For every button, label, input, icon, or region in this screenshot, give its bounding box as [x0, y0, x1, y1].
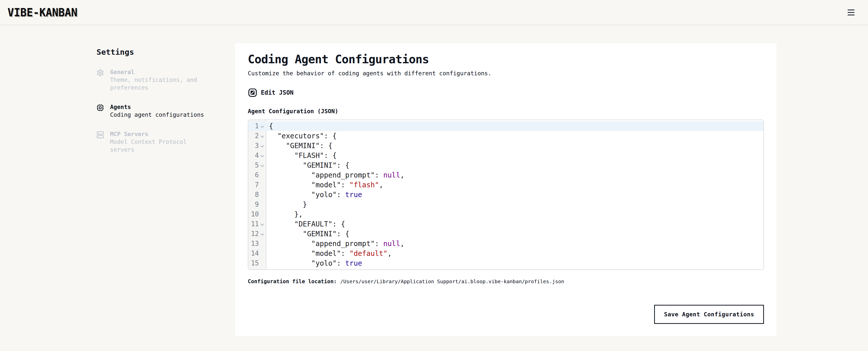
sidebar-item-mcp-servers[interactable]: MCP Servers Model Context Protocol serve…: [96, 130, 235, 154]
line-number: 2: [248, 131, 259, 141]
code-line-content[interactable]: "DEFAULT": {: [266, 219, 764, 229]
page-title: Coding Agent Configurations: [248, 52, 764, 66]
editor-line[interactable]: 11 "DEFAULT": {: [248, 219, 764, 229]
file-location-label: Configuration file location:: [248, 278, 337, 284]
fold-chevron-icon[interactable]: [259, 222, 266, 227]
line-number: 14: [248, 249, 259, 258]
editor-gutter-cell: 5: [248, 161, 266, 170]
editor-line[interactable]: 9 }: [248, 200, 764, 209]
menu-button[interactable]: [846, 8, 856, 17]
hamburger-icon: [848, 9, 855, 15]
editor-gutter-cell: 8: [248, 190, 266, 200]
editor-line[interactable]: 13 "append_prompt": null,: [248, 239, 764, 249]
edit-json-label: Edit JSON: [261, 89, 293, 96]
line-number: 6: [248, 170, 259, 180]
editor-line[interactable]: 1{: [248, 121, 764, 131]
editor-line[interactable]: 2 "executors": {: [248, 131, 764, 141]
editor-gutter-cell: 15: [248, 258, 266, 268]
edit-json-button[interactable]: Edit JSON: [248, 88, 293, 97]
page-subtitle: Customize the behavior of coding agents …: [248, 69, 764, 77]
save-row: Save Agent Configurations: [248, 305, 764, 324]
cpu-icon: [96, 103, 104, 119]
editor-gutter-cell: 14: [248, 249, 266, 258]
code-line-content[interactable]: "append_prompt": null,: [266, 170, 764, 180]
fold-chevron-icon[interactable]: [259, 232, 266, 237]
gear-icon: [96, 68, 104, 92]
line-number: 5: [248, 161, 259, 170]
editor-gutter-cell: 12: [248, 229, 266, 239]
sidebar-item-general[interactable]: General Theme, notifications, and prefer…: [96, 68, 235, 92]
code-line-content[interactable]: "model": "flash",: [266, 180, 764, 190]
editor-line[interactable]: 10 },: [248, 209, 764, 219]
sidebar-nav: General Theme, notifications, and prefer…: [96, 68, 235, 154]
fold-chevron-icon[interactable]: [259, 125, 266, 129]
line-number: 1: [248, 121, 259, 131]
settings-page: Settings General Theme, notifications, a…: [91, 43, 777, 336]
sidebar-item-description: Model Context Protocol servers: [110, 138, 211, 154]
editor-gutter-cell: 9: [248, 200, 266, 209]
editor-line[interactable]: 8 "yolo": true: [248, 190, 764, 200]
line-number: 3: [248, 141, 259, 151]
fold-chevron-icon[interactable]: [259, 144, 266, 149]
app-header: VIBE-KANBAN: [0, 0, 868, 25]
code-line-content[interactable]: "append_prompt": null,: [266, 239, 764, 249]
save-agent-configurations-button[interactable]: Save Agent Configurations: [654, 305, 764, 324]
editor-line[interactable]: 12 "GEMINI": {: [248, 229, 764, 239]
editor-gutter-cell: 13: [248, 239, 266, 249]
code-line-content[interactable]: "GEMINI": {: [266, 141, 764, 151]
editor-line[interactable]: 4 "FLASH": {: [248, 151, 764, 161]
editor-gutter-cell: 2: [248, 131, 266, 141]
editor-line[interactable]: 5 "GEMINI": {: [248, 161, 764, 170]
line-number: 4: [248, 151, 259, 161]
code-line-content[interactable]: "yolo": true: [266, 258, 764, 268]
fold-chevron-icon[interactable]: [259, 134, 266, 139]
editor-gutter-cell: 3: [248, 141, 266, 151]
sidebar-item-label: MCP Servers: [110, 130, 211, 138]
code-line-content[interactable]: "FLASH": {: [266, 151, 764, 161]
code-line-content[interactable]: {: [266, 121, 764, 131]
code-line-content[interactable]: "executors": {: [266, 131, 764, 141]
editor-gutter-cell: 10: [248, 209, 266, 219]
editor-lines: 1{2 "executors": {3 "GEMINI": {4 "FLASH"…: [248, 121, 764, 268]
code-line-content[interactable]: "yolo": true: [266, 190, 764, 200]
editor-label: Agent Configuration (JSON): [248, 107, 764, 115]
line-number: 10: [248, 209, 259, 219]
editor-gutter-cell: 7: [248, 180, 266, 190]
editor-line[interactable]: 14 "model": "default",: [248, 249, 764, 258]
editor-gutter-cell: 6: [248, 170, 266, 180]
agent-configurations-panel: Coding Agent Configurations Customize th…: [235, 43, 777, 336]
code-line-content[interactable]: }: [266, 200, 764, 209]
fold-chevron-icon[interactable]: [259, 164, 266, 169]
sidebar-title: Settings: [96, 47, 235, 57]
sidebar-item-label: General: [110, 68, 211, 76]
line-number: 13: [248, 239, 259, 249]
editor-line[interactable]: 15 "yolo": true: [248, 258, 764, 268]
editor-line[interactable]: 7 "model": "flash",: [248, 180, 764, 190]
sidebar-item-description: Coding agent configurations: [110, 111, 204, 119]
json-editor[interactable]: 1{2 "executors": {3 "GEMINI": {4 "FLASH"…: [248, 119, 764, 270]
line-number: 11: [248, 219, 259, 229]
settings-sidebar: Settings General Theme, notifications, a…: [91, 43, 235, 165]
sidebar-item-description: Theme, notifications, and preferences: [110, 76, 211, 92]
file-location: Configuration file location: /Users/user…: [248, 278, 764, 284]
square-pen-icon: [248, 88, 257, 97]
line-number: 15: [248, 258, 259, 268]
editor-gutter-cell: 4: [248, 151, 266, 161]
code-line-content[interactable]: "GEMINI": {: [266, 229, 764, 239]
editor-line[interactable]: 6 "append_prompt": null,: [248, 170, 764, 180]
fold-chevron-icon[interactable]: [259, 154, 266, 159]
line-number: 7: [248, 180, 259, 190]
line-number: 9: [248, 200, 259, 209]
editor-line[interactable]: 3 "GEMINI": {: [248, 141, 764, 151]
sidebar-item-agents[interactable]: Agents Coding agent configurations: [96, 103, 235, 119]
editor-gutter-cell: 11: [248, 219, 266, 229]
sidebar-item-label: Agents: [110, 103, 204, 111]
app-logo[interactable]: VIBE-KANBAN: [7, 6, 78, 19]
code-line-content[interactable]: "GEMINI": {: [266, 161, 764, 170]
line-number: 12: [248, 229, 259, 239]
server-icon: [96, 130, 104, 154]
line-number: 8: [248, 190, 259, 200]
code-line-content[interactable]: "model": "default",: [266, 249, 764, 258]
editor-gutter-cell: 1: [248, 121, 266, 131]
code-line-content[interactable]: },: [266, 209, 764, 219]
